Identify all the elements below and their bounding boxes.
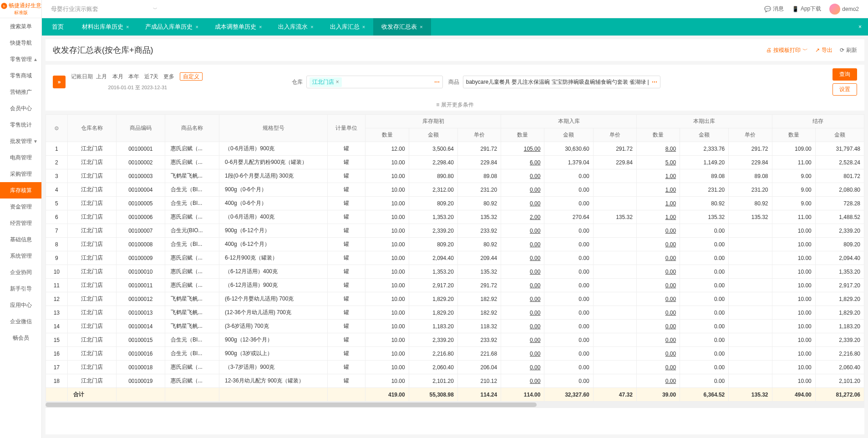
in-qty-link[interactable]: 0.00 bbox=[530, 241, 540, 248]
out-qty-link[interactable]: 0.00 bbox=[665, 269, 676, 275]
out-qty-link[interactable]: 0.00 bbox=[665, 296, 676, 302]
tab-2[interactable]: 产成品入库单历史× bbox=[137, 18, 206, 36]
date-last-month[interactable]: 上月 bbox=[96, 73, 107, 80]
date-last7[interactable]: 近7天 bbox=[144, 73, 158, 80]
more-icon[interactable]: ⋯ bbox=[434, 79, 440, 85]
out-qty-link[interactable]: 0.00 bbox=[665, 255, 676, 261]
in-qty-link[interactable]: 2.00 bbox=[530, 214, 540, 220]
tab-5[interactable]: 出入库汇总× bbox=[322, 18, 373, 36]
in-qty-link[interactable]: 0.00 bbox=[530, 173, 540, 179]
warehouse-tag[interactable]: 江北门店× bbox=[310, 77, 342, 87]
out-qty-link[interactable]: 0.00 bbox=[665, 323, 676, 330]
col-warehouse[interactable]: 仓库名称 bbox=[67, 115, 116, 142]
app-download-link[interactable]: 📱App下载 bbox=[792, 5, 821, 13]
out-qty-link[interactable]: 8.00 bbox=[665, 146, 676, 152]
out-qty-link[interactable]: 0.00 bbox=[665, 282, 676, 289]
date-this-month[interactable]: 本月 bbox=[112, 73, 123, 80]
tab-0[interactable]: 首页 bbox=[42, 18, 74, 36]
sidebar-item-18[interactable]: 企业微信 bbox=[0, 313, 41, 330]
sidebar-item-19[interactable]: 畅会员 bbox=[0, 330, 41, 346]
in-qty-link[interactable]: 0.00 bbox=[530, 269, 540, 275]
out-qty-link[interactable]: 0.00 bbox=[665, 310, 676, 316]
sidebar-item-7[interactable]: 批发管理▼ bbox=[0, 133, 41, 149]
date-more[interactable]: 更多 bbox=[163, 73, 174, 80]
in-qty-link[interactable]: 0.00 bbox=[530, 337, 540, 343]
in-qty-link[interactable]: 0.00 bbox=[530, 296, 540, 302]
close-icon[interactable]: × bbox=[126, 24, 129, 30]
close-icon[interactable]: × bbox=[195, 24, 198, 30]
horizontal-scrollbar[interactable] bbox=[46, 402, 864, 408]
tab-1[interactable]: 材料出库单历史× bbox=[74, 18, 137, 36]
in-qty-link[interactable]: 0.00 bbox=[530, 351, 540, 357]
sidebar-item-5[interactable]: 会员中心 bbox=[0, 100, 41, 117]
sidebar-item-8[interactable]: 电商管理 bbox=[0, 149, 41, 166]
tab-6[interactable]: 收发存汇总表× bbox=[373, 18, 431, 36]
date-this-year[interactable]: 本年 bbox=[128, 73, 139, 80]
more-icon[interactable]: ⋯ bbox=[652, 79, 657, 85]
sidebar-item-6[interactable]: 零售统计 bbox=[0, 117, 41, 133]
sidebar-item-3[interactable]: 零售商域 bbox=[0, 67, 41, 84]
close-icon[interactable]: × bbox=[362, 24, 365, 30]
close-icon[interactable]: × bbox=[310, 24, 313, 30]
sidebar-item-0[interactable]: 搜索菜单 bbox=[0, 18, 41, 35]
sidebar-item-12[interactable]: 经营管理 bbox=[0, 215, 41, 231]
out-qty-link[interactable]: 0.00 bbox=[665, 241, 676, 248]
in-qty-link[interactable]: 0.00 bbox=[530, 187, 540, 193]
expand-filters[interactable]: ≡ 展开更多条件 bbox=[46, 99, 864, 111]
out-qty-link[interactable]: 0.00 bbox=[665, 364, 676, 371]
gear-icon[interactable]: ⚙ bbox=[54, 125, 59, 132]
in-qty-link[interactable]: 105.00 bbox=[524, 146, 541, 152]
sidebar-item-10[interactable]: 库存核算 bbox=[0, 182, 41, 199]
query-button[interactable]: 查询 bbox=[832, 68, 857, 81]
account-selector[interactable]: 母婴行业演示账套 ﹀ bbox=[51, 5, 157, 13]
in-qty-link[interactable]: 0.00 bbox=[530, 323, 540, 330]
print-button[interactable]: 🖨 按模板打印 ﹀ bbox=[766, 46, 808, 54]
out-qty-link[interactable]: 1.00 bbox=[665, 200, 676, 207]
in-qty-link[interactable]: 0.00 bbox=[530, 200, 540, 207]
in-qty-link[interactable]: 0.00 bbox=[530, 282, 540, 289]
in-qty-link[interactable]: 0.00 bbox=[530, 228, 540, 234]
user-menu[interactable]: demo2 bbox=[829, 4, 859, 15]
close-icon[interactable]: × bbox=[420, 24, 422, 30]
collapse-toggle[interactable]: » bbox=[53, 76, 66, 88]
out-qty-link[interactable]: 5.00 bbox=[665, 159, 676, 166]
sidebar-item-9[interactable]: 采购管理 bbox=[0, 166, 41, 182]
out-qty-link[interactable]: 1.00 bbox=[665, 187, 676, 193]
messages-link[interactable]: 💬消息 bbox=[764, 5, 784, 13]
out-qty-link[interactable]: 0.00 bbox=[665, 228, 676, 234]
sidebar-item-14[interactable]: 系统管理 bbox=[0, 248, 41, 264]
close-all-tabs[interactable]: × bbox=[852, 18, 868, 36]
out-qty-link[interactable]: 1.00 bbox=[665, 214, 676, 220]
date-custom[interactable]: 自定义 bbox=[180, 72, 203, 81]
in-qty-link[interactable]: 6.00 bbox=[530, 159, 540, 166]
in-qty-link[interactable]: 0.00 bbox=[530, 364, 540, 371]
col-code[interactable]: 商品编码 bbox=[116, 115, 165, 142]
sidebar-item-13[interactable]: 基础信息 bbox=[0, 231, 41, 248]
col-spec[interactable]: 规格型号 bbox=[219, 115, 328, 142]
close-icon[interactable]: × bbox=[336, 79, 339, 85]
sidebar-item-16[interactable]: 新手引导 bbox=[0, 280, 41, 297]
out-qty-link[interactable]: 1.00 bbox=[665, 173, 676, 179]
col-unit[interactable]: 计量单位 bbox=[328, 115, 365, 142]
sidebar-item-17[interactable]: 应用中心 bbox=[0, 297, 41, 313]
sidebar-item-4[interactable]: 营销推广 bbox=[0, 84, 41, 100]
out-qty-link[interactable]: 0.00 bbox=[665, 337, 676, 343]
warehouse-input[interactable]: 江北门店× ⋯ bbox=[306, 76, 443, 88]
refresh-button[interactable]: ⟳ 刷新 bbox=[840, 46, 857, 54]
tab-4[interactable]: 出入库流水× bbox=[270, 18, 321, 36]
tab-3[interactable]: 成本调整单历史× bbox=[207, 18, 270, 36]
col-name[interactable]: 商品名称 bbox=[165, 115, 219, 142]
out-qty-link[interactable]: 0.00 bbox=[665, 378, 676, 384]
close-icon[interactable]: × bbox=[259, 24, 262, 30]
in-qty-link[interactable]: 0.00 bbox=[530, 378, 540, 384]
in-qty-link[interactable]: 0.00 bbox=[530, 310, 540, 316]
sidebar-item-1[interactable]: 快捷导航 bbox=[0, 35, 41, 51]
sidebar-item-11[interactable]: 资金管理 bbox=[0, 199, 41, 215]
in-qty-link[interactable]: 0.00 bbox=[530, 255, 540, 261]
product-input[interactable]: babycare儿童餐具 婴儿注水保温碗 宝宝防摔碗吸盘碗辅食碗勺套装 雀湖绿 … bbox=[463, 76, 660, 88]
sidebar-item-2[interactable]: 零售管理▲ bbox=[0, 51, 41, 67]
sidebar-item-15[interactable]: 企业协同 bbox=[0, 264, 41, 280]
export-button[interactable]: ↗ 导出 bbox=[815, 46, 832, 54]
settings-button[interactable]: 设置 bbox=[832, 83, 857, 96]
out-qty-link[interactable]: 0.00 bbox=[665, 351, 676, 357]
